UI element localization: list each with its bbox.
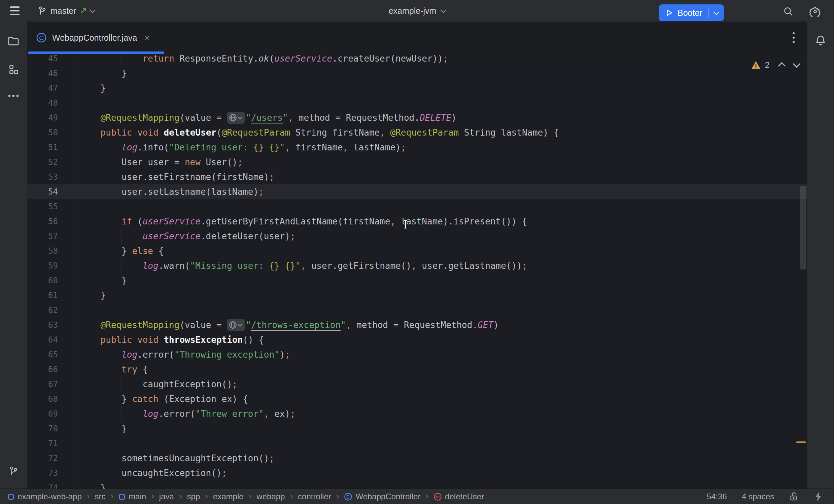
editor-scrollbar-thumb[interactable] xyxy=(800,186,806,270)
notifications-bell-icon[interactable] xyxy=(807,31,834,50)
caret-position[interactable]: 54:36 xyxy=(707,492,727,501)
line-number[interactable]: 73 xyxy=(27,466,58,480)
code-line[interactable]: 69log.error("Threw error", ex); xyxy=(27,407,807,421)
line-number[interactable]: 63 xyxy=(27,318,58,333)
code-line[interactable]: 64public void throwsException() { xyxy=(27,333,807,347)
code-line[interactable]: 56if (userService.getUserByFirstAndLastN… xyxy=(27,214,807,229)
git-branch-widget[interactable]: master ↗ xyxy=(34,3,98,18)
tab-close-icon[interactable]: × xyxy=(145,32,149,43)
line-number[interactable]: 57 xyxy=(27,229,58,244)
code-line[interactable]: 48 xyxy=(27,95,807,110)
smart-mode-lightning-icon[interactable] xyxy=(814,491,822,502)
line-number[interactable]: 45 xyxy=(27,54,58,66)
breadcrumb-item[interactable]: CWebappController xyxy=(344,492,420,501)
breadcrumb-item[interactable]: src xyxy=(94,492,105,501)
line-number[interactable]: 68 xyxy=(27,392,58,407)
line-number[interactable]: 74 xyxy=(27,480,58,488)
tab-webappcontroller[interactable]: C WebappController.java × xyxy=(27,22,159,54)
line-number[interactable]: 49 xyxy=(27,110,58,125)
line-number[interactable]: 53 xyxy=(27,169,58,184)
main-menu-icon[interactable] xyxy=(10,6,20,15)
breadcrumb-item[interactable]: java xyxy=(159,492,174,501)
prev-issue-chevron-up-icon[interactable] xyxy=(778,62,786,70)
line-number[interactable]: 51 xyxy=(27,140,58,155)
code-line[interactable]: 63@RequestMapping(value = "/throws-excep… xyxy=(27,318,807,333)
error-stripe-warning-mark[interactable] xyxy=(796,441,806,443)
line-number[interactable]: 46 xyxy=(27,66,58,81)
line-number[interactable]: 62 xyxy=(27,303,58,318)
code-line[interactable]: 53user.setFirstname(firstName); xyxy=(27,169,807,184)
breadcrumb-item[interactable]: main xyxy=(118,492,146,501)
code-line[interactable]: 66try { xyxy=(27,362,807,377)
code-line[interactable]: 50public void deleteUser(@RequestParam S… xyxy=(27,125,807,140)
line-number[interactable]: 52 xyxy=(27,155,58,169)
warning-summary[interactable]: 2 xyxy=(751,60,770,70)
line-number[interactable]: 66 xyxy=(27,362,58,377)
code-line[interactable]: 45return ResponseEntity.ok(userService.c… xyxy=(27,54,807,66)
code-line[interactable]: 57userService.deleteUser(user); xyxy=(27,229,807,244)
line-number[interactable]: 69 xyxy=(27,407,58,421)
code-line[interactable]: 73uncaughtException(); xyxy=(27,466,807,480)
search-button[interactable] xyxy=(780,4,796,19)
line-number[interactable]: 71 xyxy=(27,436,58,451)
breadcrumb-item[interactable]: webapp xyxy=(257,492,285,501)
line-number[interactable]: 64 xyxy=(27,333,58,347)
breadcrumb-item[interactable]: example-web-app xyxy=(7,492,82,501)
line-number[interactable]: 72 xyxy=(27,451,58,466)
play-icon xyxy=(665,8,674,18)
breadcrumb-item[interactable]: controller xyxy=(298,492,331,501)
files-folder-icon[interactable] xyxy=(0,31,27,50)
line-number[interactable]: 70 xyxy=(27,421,58,436)
url-inlay-chip[interactable] xyxy=(227,319,245,331)
line-number[interactable]: 54 xyxy=(27,184,58,199)
url-inlay-chip[interactable] xyxy=(227,112,245,124)
settings-gear-button[interactable] xyxy=(807,4,823,19)
project-name: example-jvm xyxy=(389,6,437,16)
code-line[interactable]: 47} xyxy=(27,81,807,95)
git-tool-icon[interactable] xyxy=(0,462,27,480)
project-selector[interactable]: example-jvm xyxy=(389,3,446,18)
code-line[interactable]: 67caughtException(); xyxy=(27,377,807,392)
structure-icon[interactable] xyxy=(0,60,27,79)
line-number[interactable]: 50 xyxy=(27,125,58,140)
line-number[interactable]: 61 xyxy=(27,288,58,303)
code-line[interactable]: 52User user = new User(); xyxy=(27,155,807,169)
code-line[interactable]: 60} xyxy=(27,273,807,288)
line-number[interactable]: 67 xyxy=(27,377,58,392)
indent-info[interactable]: 4 spaces xyxy=(742,492,774,501)
code-line[interactable]: 62 xyxy=(27,303,807,318)
code-line[interactable]: 72sometimesUncaughtException(); xyxy=(27,451,807,466)
breadcrumb-item[interactable]: mdeleteUser xyxy=(434,492,484,501)
code-line[interactable]: 51log.info("Deleting user: {} {}", first… xyxy=(27,140,807,155)
code-line[interactable]: 68} catch (Exception ex) { xyxy=(27,392,807,407)
code-line[interactable]: 65log.error("Throwing exception"); xyxy=(27,347,807,362)
svg-text:C: C xyxy=(347,494,350,499)
line-number[interactable]: 48 xyxy=(27,95,58,110)
next-issue-chevron-down-icon[interactable] xyxy=(793,60,801,68)
code-line[interactable]: 54user.setLastname(lastName); xyxy=(27,184,807,199)
line-number[interactable]: 55 xyxy=(27,199,58,214)
run-button[interactable]: Booter xyxy=(659,8,708,18)
editor-options-kebab-icon[interactable] xyxy=(786,30,801,45)
code-line[interactable]: 61} xyxy=(27,288,807,303)
line-number[interactable]: 56 xyxy=(27,214,58,229)
run-options-button[interactable] xyxy=(709,12,724,14)
more-tools-icon[interactable] xyxy=(0,87,27,105)
code-line[interactable]: 70} xyxy=(27,421,807,436)
code-line[interactable]: 74} xyxy=(27,480,807,488)
code-editor[interactable]: 45return ResponseEntity.ok(userService.c… xyxy=(27,54,807,488)
line-number[interactable]: 65 xyxy=(27,347,58,362)
code-line[interactable]: 46} xyxy=(27,66,807,81)
breadcrumb-item[interactable]: example xyxy=(213,492,244,501)
code-line[interactable]: 59log.warn("Missing user: {} {}", user.g… xyxy=(27,258,807,273)
unlock-icon[interactable] xyxy=(789,491,799,502)
code-line[interactable]: 58} else { xyxy=(27,244,807,258)
breadcrumb-item[interactable]: spp xyxy=(187,492,200,501)
code-line[interactable]: 55 xyxy=(27,199,807,214)
line-number[interactable]: 58 xyxy=(27,244,58,258)
line-number[interactable]: 59 xyxy=(27,258,58,273)
line-number[interactable]: 60 xyxy=(27,273,58,288)
line-number[interactable]: 47 xyxy=(27,81,58,95)
code-line[interactable]: 71 xyxy=(27,436,807,451)
code-line[interactable]: 49@RequestMapping(value = "/users", meth… xyxy=(27,110,807,125)
